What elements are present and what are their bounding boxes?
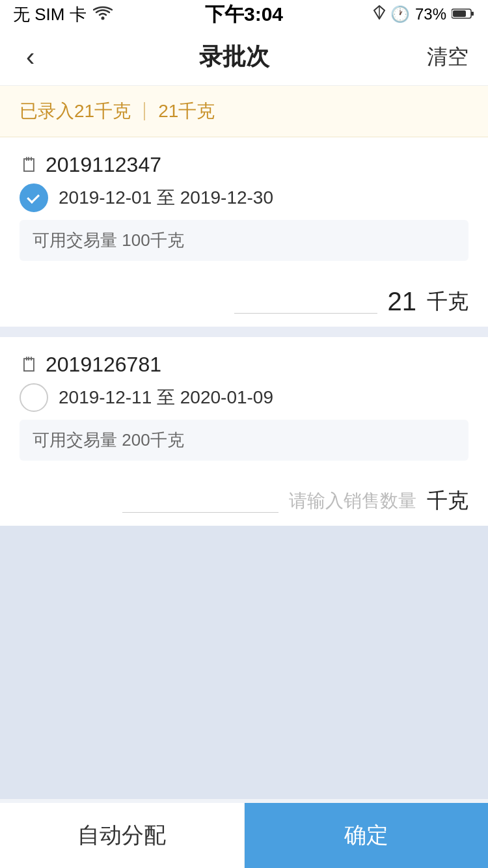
batch-2-card: 🗒 2019126781 2019-12-11 至 2020-01-09 可用交… <box>0 337 488 526</box>
nav-bar: ‹ 录批次 清空 <box>0 29 488 86</box>
batch-1-id-row: 🗒 2019112347 <box>20 153 468 177</box>
status-left: 无 SIM 卡 <box>13 3 113 26</box>
input-underline-2 <box>122 512 278 513</box>
batch-1-id: 2019112347 <box>46 153 161 177</box>
info-amount: 21千克 <box>158 99 215 124</box>
status-time: 下午3:04 <box>205 1 283 28</box>
batch-1-date: 2019-12-01 至 2019-12-30 <box>59 185 273 210</box>
info-divider <box>144 102 145 120</box>
back-button[interactable]: ‹ <box>20 36 41 78</box>
batch-2-date-row[interactable]: 2019-12-11 至 2020-01-09 <box>20 383 468 412</box>
status-right: 🕐 73% <box>373 5 475 23</box>
carrier-text: 无 SIM 卡 <box>13 3 87 26</box>
confirm-button[interactable]: 确定 <box>245 803 489 868</box>
batch-1-date-row[interactable]: 2019-12-01 至 2019-12-30 <box>20 183 468 212</box>
doc-icon-2: 🗒 <box>20 354 39 376</box>
battery-text: 73% <box>415 5 446 23</box>
wifi-icon <box>93 5 113 25</box>
auto-distribute-button[interactable]: 自动分配 <box>0 803 245 868</box>
alarm-icon: 🕐 <box>390 5 410 23</box>
info-banner: 已录入21千克 21千克 <box>0 86 488 137</box>
content-wrapper: 已录入21千克 21千克 🗒 2019112347 2019-12-01 至 2… <box>0 86 488 864</box>
bottom-bar: 自动分配 确定 <box>0 803 488 868</box>
batch-2-date: 2019-12-11 至 2020-01-09 <box>59 385 273 410</box>
batch-2-input-placeholder: 请输入销售数量 <box>289 489 416 513</box>
batch-2-radio[interactable] <box>20 383 48 412</box>
battery-icon <box>452 5 475 23</box>
batch-1-radio[interactable] <box>20 183 48 212</box>
location-icon <box>373 5 385 23</box>
clear-button[interactable]: 清空 <box>427 43 468 72</box>
batch-1-item: 🗒 2019112347 2019-12-01 至 2019-12-30 可用交… <box>0 137 488 277</box>
page-title: 录批次 <box>199 41 269 73</box>
batch-2-id-row: 🗒 2019126781 <box>20 353 468 377</box>
status-bar: 无 SIM 卡 下午3:04 🕐 73% <box>0 0 488 29</box>
batch-1-unit: 千克 <box>427 288 468 316</box>
svg-rect-4 <box>453 10 466 17</box>
batch-2-available: 可用交易量 200千克 <box>20 420 468 461</box>
batch-1-card: 🗒 2019112347 2019-12-01 至 2019-12-30 可用交… <box>0 137 488 327</box>
batch-1-available: 可用交易量 100千克 <box>20 220 468 261</box>
batch-1-amount[interactable]: 21 <box>388 287 417 316</box>
batch-2-input-row[interactable]: 请输入销售数量 千克 <box>0 476 488 526</box>
doc-icon-1: 🗒 <box>20 154 39 176</box>
batch-2-unit: 千克 <box>427 487 468 515</box>
amount-underline <box>234 313 377 314</box>
batch-2-item: 🗒 2019126781 2019-12-11 至 2020-01-09 可用交… <box>0 337 488 476</box>
svg-point-0 <box>101 16 104 20</box>
svg-rect-3 <box>471 12 474 16</box>
gray-area <box>0 526 488 799</box>
batch-1-amount-row: 21 千克 <box>0 277 488 327</box>
recorded-label: 已录入21千克 <box>20 99 131 124</box>
section-divider <box>0 327 488 337</box>
batch-2-id: 2019126781 <box>46 353 161 377</box>
